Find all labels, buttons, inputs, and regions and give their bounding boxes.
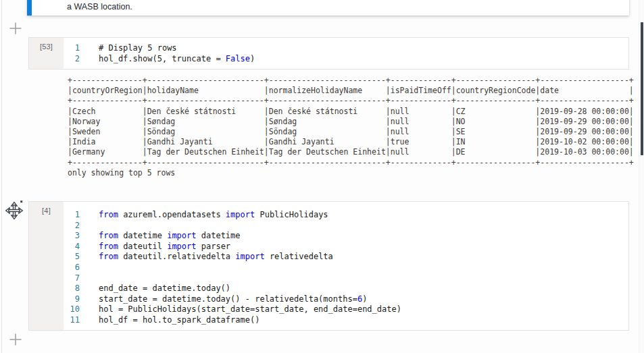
code-editor[interactable]: 1from azureml.opendatasets import Public… [64,202,628,326]
notebook-canvas: a WASB location. [53] 1# Display 5 rows2… [0,0,644,353]
code-line: 10hol = PublicHolidays(start_date=start_… [64,304,628,315]
line-number: 7 [64,273,80,284]
line-number: 4 [64,242,80,252]
line-number: 5 [64,252,80,263]
code-line: 9start_date = datetime.today() - relativ… [64,294,628,305]
cell-gutter: [4] [29,202,64,330]
line-number: 9 [64,294,80,305]
code-line: 6 [64,263,628,273]
code-line: 7 [64,273,628,284]
panel-left-border [1,0,2,353]
scrollbar-thumb[interactable] [641,22,643,155]
move-cursor-icon [4,200,24,221]
plus-icon [8,332,23,347]
line-number: 6 [64,263,80,273]
code-cell-4[interactable]: [4] 1from azureml.opendatasets import Pu… [28,201,629,331]
code-line: 3from datetime import datetime [64,231,628,242]
line-number: 8 [64,283,80,294]
code-cell-53[interactable]: [53] 1# Display 5 rows2hol_df.show(5, tr… [28,37,629,70]
line-number: 1 [64,43,80,54]
code-line: 4from dateutil import parser [64,242,628,252]
cell-gutter: [53] [29,38,64,69]
code-line: 1# Display 5 rows [64,43,628,54]
add-cell-button-bottom[interactable] [8,332,23,347]
line-number: 10 [64,304,80,315]
info-banner-text: a WASB location. [27,1,132,16]
code-line: 2 [64,221,628,232]
code-line: 2hol_df.show(5, truncate = False) [64,54,628,65]
line-number: 11 [64,315,80,326]
line-number: 2 [64,54,80,65]
add-cell-button-top[interactable] [8,21,23,36]
code-editor[interactable]: 1# Display 5 rows2hol_df.show(5, truncat… [64,38,628,64]
plus-icon [8,21,23,36]
code-line: 1from azureml.opendatasets import Public… [64,210,628,221]
line-number: 3 [64,231,80,242]
execution-count: [53] [29,43,64,51]
code-line: 5from dateutil.relativedelta import rela… [64,252,628,263]
code-line: 8end_date = datetime.today() [64,283,628,294]
execution-count: [4] [29,207,64,215]
info-banner: a WASB location. [27,0,629,16]
line-number: 2 [64,221,80,232]
code-line: 11hol_df = hol.to_spark_dataframe() [64,315,628,326]
line-number: 1 [64,210,80,221]
scrollbar-track[interactable] [639,0,644,353]
info-accent-bar [27,0,32,16]
cell-output-text: +---------------+-----------------------… [68,76,634,178]
